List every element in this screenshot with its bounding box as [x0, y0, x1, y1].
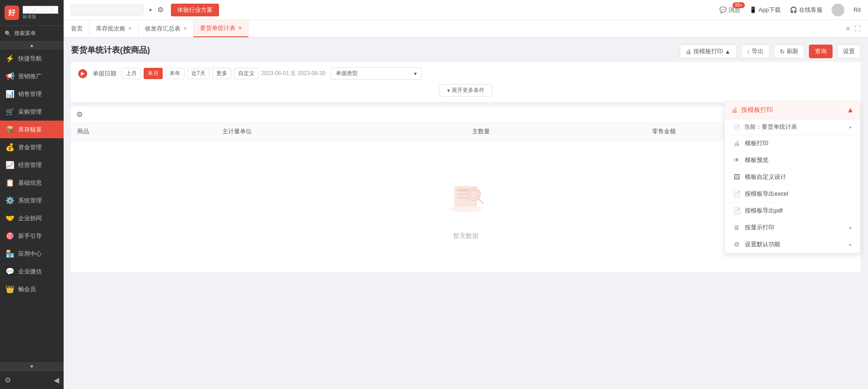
sidebar-footer: ⚙ ◀ — [0, 371, 64, 389]
tab-order-stats-close[interactable]: ✕ — [238, 25, 242, 30]
sidebar-item-wechat[interactable]: 💬 企业微信 — [0, 263, 64, 280]
username-item[interactable]: Rit — [853, 6, 861, 13]
col-header-unit: 主计量单位 — [216, 123, 466, 141]
finance-icon: 💰 — [5, 143, 15, 152]
print-icon: 🖨 — [686, 48, 692, 55]
sidebar-item-sales[interactable]: 📊 销售管理 — [0, 85, 64, 103]
export-btn[interactable]: ↑ 导出 — [741, 45, 770, 58]
date-btn-this-month[interactable]: 本月 — [144, 68, 163, 79]
expand-more-btn[interactable]: ▾ 展开更多条件 — [439, 84, 492, 96]
tab-inventory-batch[interactable]: 库存批次账 ✕ — [90, 20, 139, 37]
sidebar-item-quick-nav[interactable]: ⚡ 快捷导航 — [0, 50, 64, 67]
dropdown-item-export-pdf[interactable]: 📄 按模板导出pdf — [725, 202, 860, 219]
sidebar-search[interactable]: 🔍 搜索菜单 — [0, 26, 64, 41]
default-func-arrow: ▸ — [849, 242, 852, 248]
print-arrow-icon: ▲ — [725, 48, 731, 55]
sidebar-item-inventory[interactable]: 📦 库存核算 — [0, 121, 64, 138]
dropdown-header[interactable]: 🖨 按模板打印 ▲ — [725, 101, 860, 119]
user-avatar-item[interactable] — [832, 4, 844, 16]
date-btn-last-month[interactable]: 上月 — [122, 68, 141, 79]
sidebar-item-member[interactable]: 👑 畅会员 — [0, 280, 64, 298]
topbar-dropdown-arrow[interactable]: ▾ — [149, 7, 152, 13]
current-arrow-icon: ▸ — [849, 124, 852, 130]
col-header-product: 商品 — [71, 123, 216, 141]
scroll-up-btn[interactable]: ▲ — [0, 41, 64, 50]
sidebar-item-guide[interactable]: 🎯 新手引导 — [0, 227, 64, 245]
window-maximize-btn[interactable]: ⛶ — [854, 25, 861, 32]
item-preview-icon: 👁 — [733, 157, 740, 164]
window-close-btn[interactable]: ✕ — [845, 25, 851, 32]
table-settings-icon[interactable]: ⚙ — [76, 110, 83, 119]
display-print-arrow: ▸ — [849, 225, 852, 231]
dropdown-default-function[interactable]: ⚙ 设置默认功能 ▸ — [725, 236, 860, 253]
query-btn[interactable]: 查询 — [809, 45, 833, 58]
settings-btn[interactable]: 设置 — [837, 45, 861, 58]
refresh-icon: ↻ — [780, 48, 785, 55]
date-range-display: 2023-06-01 至 2023-06-30 — [261, 70, 325, 77]
dropdown-item-template-print[interactable]: 🖨 模板打印 — [725, 135, 860, 152]
action-bar: 🖨 按模板打印 ▲ ↑ 导出 ↻ 刷新 查询 设置 — [680, 45, 861, 58]
filter-row: ▶ 单据日期 上月 本月 本年 近7天 更多 自定义 2023-06-01 至 … — [78, 67, 853, 80]
scroll-down-btn[interactable]: ▼ — [0, 362, 64, 371]
system-icon: ⚙️ — [5, 196, 15, 205]
headset-icon: 🎧 — [790, 6, 797, 13]
sidebar-item-appstore[interactable]: 🏪 应用中心 — [0, 245, 64, 263]
tab-receipt-summary[interactable]: 收发存汇总表 ✕ — [139, 20, 194, 37]
date-btn-more[interactable]: 更多 — [212, 68, 231, 79]
expand-row: ▾ 展开更多条件 — [78, 84, 853, 96]
col-header-qty: 主数量 — [466, 123, 646, 141]
item-excel-icon: 📄 — [733, 190, 740, 197]
dropdown-close-icon[interactable]: ▲ — [847, 106, 854, 114]
sidebar-item-basic[interactable]: 📋 基础信息 — [0, 174, 64, 192]
inventory-icon: 📦 — [5, 125, 15, 134]
purchase-icon: 🛒 — [5, 107, 15, 116]
topbar-search-input[interactable] — [71, 5, 144, 15]
filter-expand-arrow[interactable]: ▶ — [78, 69, 87, 78]
messages-item[interactable]: 💬 消息 99+ — [719, 6, 740, 14]
date-buttons: 上月 本月 本年 近7天 更多 自定义 2023-06-01 至 2023-06… — [122, 68, 325, 79]
footer-collapse-icon[interactable]: ◀ — [54, 376, 59, 384]
topbar-right: 💬 消息 99+ 📱 App下载 🎧 在线客服 Rit — [719, 4, 861, 16]
sidebar-item-purchase[interactable]: 🛒 采购管理 — [0, 103, 64, 121]
refresh-btn[interactable]: ↻ 刷新 — [774, 45, 804, 58]
search-icon: 🔍 — [5, 30, 11, 37]
online-service-item[interactable]: 🎧 在线客服 — [790, 6, 823, 14]
empty-text: 暂无数据 — [453, 232, 479, 240]
sidebar-item-finance[interactable]: 💰 资金管理 — [0, 138, 64, 156]
empty-icon — [443, 172, 489, 227]
date-btn-this-year[interactable]: 本年 — [165, 68, 185, 79]
sidebar-item-operation[interactable]: 📈 经营管理 — [0, 156, 64, 174]
print-btn[interactable]: 🖨 按模板打印 ▲ — [680, 45, 737, 58]
tab-inventory-batch-close[interactable]: ✕ — [128, 26, 132, 31]
operation-icon: 📈 — [5, 161, 15, 169]
dropdown-item-template-design[interactable]: 🖼 模板自定义设计 — [725, 169, 860, 186]
footer-settings-icon[interactable]: ⚙ — [5, 376, 11, 384]
type-select[interactable]: 单据类型 ▾ — [331, 67, 422, 80]
export-icon: ↑ — [747, 48, 750, 55]
tab-order-stats[interactable]: 要货单统计表 ✕ — [194, 20, 249, 37]
tab-receipt-summary-close[interactable]: ✕ — [183, 26, 187, 31]
avatar — [832, 4, 844, 16]
sidebar-item-marketing[interactable]: 📢 营销推广 — [0, 67, 64, 85]
dropdown-current-label[interactable]: 📄 当前：要货单统计表 ▸ — [725, 119, 860, 135]
tabbar: 首页 库存批次账 ✕ 收发存汇总表 ✕ 要货单统计表 ✕ ✕ ⛶ — [64, 20, 868, 37]
expand-down-icon: ▾ — [447, 87, 450, 94]
app-download-item[interactable]: 📱 App下载 — [749, 6, 781, 14]
sidebar-item-system[interactable]: ⚙️ 系统管理 — [0, 192, 64, 209]
dropdown-item-template-preview[interactable]: 👁 模板预览 — [725, 152, 860, 169]
phone-icon: 📱 — [749, 6, 757, 13]
topbar-settings-icon[interactable]: ⚙ — [157, 5, 164, 14]
dropdown-item-export-excel[interactable]: 📄 按模板导出excel — [725, 186, 860, 202]
type-label: 单据类型 — [336, 70, 358, 77]
sidebar-item-collab[interactable]: 🤝 企业协同 — [0, 209, 64, 227]
messages-badge: 99+ — [733, 2, 745, 8]
date-btn-custom[interactable]: 自定义 — [234, 68, 259, 79]
date-btn-7days[interactable]: 近7天 — [187, 68, 210, 79]
trial-btn[interactable]: 体验行业方案 — [171, 4, 219, 16]
date-filter-label: 单据日期 — [93, 70, 116, 78]
marketing-icon: 📢 — [5, 72, 15, 81]
basic-icon: 📋 — [5, 178, 15, 187]
tab-home[interactable]: 首页 — [71, 20, 90, 37]
guide-icon: 🎯 — [5, 232, 15, 240]
dropdown-display-print[interactable]: 🖥 按显示打印 ▸ — [725, 219, 860, 236]
